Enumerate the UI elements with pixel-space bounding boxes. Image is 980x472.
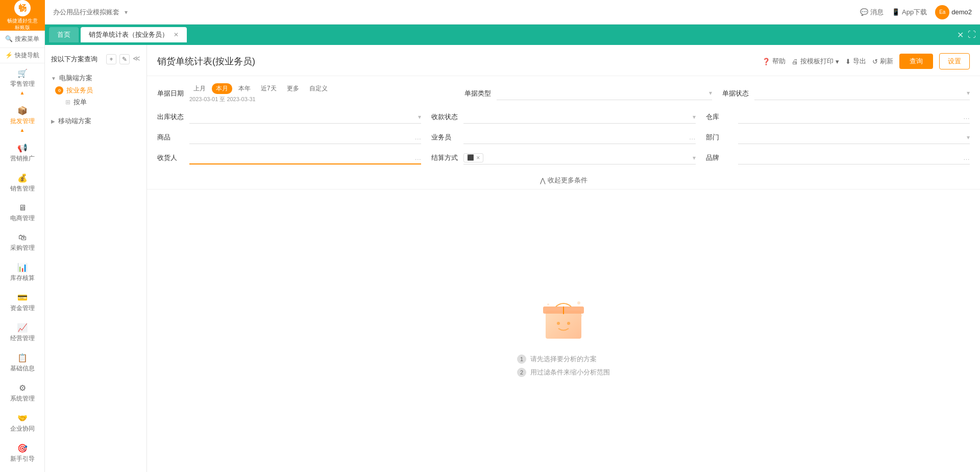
dept-field: 部门 ▾ <box>706 131 970 144</box>
mobile-section-label: 移动端方案 <box>58 116 91 126</box>
sales-icon: 💰 <box>17 173 28 183</box>
tab-close-icon[interactable]: ✕ <box>174 31 179 38</box>
sidebar-item-inventory[interactable]: 📊 库存核算 <box>0 257 44 288</box>
brand-control[interactable]: … <box>738 151 970 164</box>
payment-tag-close[interactable]: × <box>476 154 480 161</box>
logo-icon: 畅 <box>14 0 31 16</box>
top-header: 办公用品行业模拟账套 ▾ 💬 消息 📱 App下载 Ea demo2 <box>45 0 980 25</box>
sidebar-item-system[interactable]: ⚙ 系统管理 <box>0 378 44 408</box>
tab-sales-stat[interactable]: 销货单统计表（按业务员） ✕ <box>81 27 187 42</box>
collapse-panel-btn[interactable]: ≪ <box>133 54 140 64</box>
wholesale-icon: 📦 <box>17 106 28 115</box>
base-icon: 📋 <box>17 353 28 363</box>
warehouse-control[interactable]: … <box>738 110 970 124</box>
out-status-control[interactable]: ▾ <box>189 110 421 124</box>
payment-field: 结算方式 ⬛ × ▾ <box>431 151 695 164</box>
sidebar-item-ecommerce[interactable]: 🖥 电商管理 <box>0 198 44 228</box>
doc-type-control[interactable]: ▾ <box>497 87 712 100</box>
salesperson-field: 业务员 … <box>431 131 695 144</box>
add-scheme-btn[interactable]: + <box>106 54 116 64</box>
sidebar-item-operation[interactable]: 📈 经营管理 <box>0 318 44 348</box>
tab-home[interactable]: 首页 <box>49 27 79 42</box>
sidebar-item-sales[interactable]: 💰 销售管理 <box>0 168 44 198</box>
doc-type-arrow: ▾ <box>709 89 712 97</box>
template-print-label: 按模板打印 <box>800 57 834 66</box>
avatar-initials: Ea <box>939 9 945 15</box>
close-window-btn[interactable]: ✕ <box>957 30 964 40</box>
date-tab-this-year[interactable]: 本年 <box>234 83 255 94</box>
export-btn[interactable]: ⬇ 导出 <box>845 57 866 66</box>
date-tab-last-month[interactable]: 上月 <box>189 83 210 94</box>
app-title-dropdown[interactable]: ▾ <box>125 9 128 16</box>
inventory-label: 库存核算 <box>10 274 35 282</box>
payment-arrow: ▾ <box>693 154 696 161</box>
brand-label: 品牌 <box>706 153 734 162</box>
message-label: 消息 <box>870 8 884 17</box>
sidebar-search[interactable]: 🔍 搜索菜单 <box>0 31 44 48</box>
app-download-action[interactable]: 📱 App下载 <box>892 8 927 17</box>
date-tab-7days[interactable]: 近7天 <box>257 83 281 94</box>
message-action[interactable]: 💬 消息 <box>860 8 884 17</box>
salesperson-scheme[interactable]: ⚙ 按业务员 <box>45 86 146 95</box>
home-tab-label: 首页 <box>57 30 70 39</box>
sidebar-item-newbie[interactable]: 🎯 新手引导 <box>0 438 44 468</box>
date-tabs: 上月 本月 本年 近7天 更多 自定义 <box>189 83 454 94</box>
pc-section-header[interactable]: ▼ 电脑端方案 <box>45 70 146 86</box>
filter-row-1: 单据日期 上月 本月 本年 近7天 更多 自定义 2023-03-01 至 20… <box>147 76 980 172</box>
out-status-label: 出库状态 <box>157 112 185 122</box>
marketing-icon: 📢 <box>17 143 28 153</box>
template-print-btn[interactable]: 🖨 按模板打印 ▾ <box>792 57 839 66</box>
consignee-control[interactable]: … <box>189 151 421 164</box>
main-area: 办公用品行业模拟账套 ▾ 💬 消息 📱 App下载 Ea demo2 首页 <box>45 0 980 472</box>
doc-status-field: 单据状态 ▾ <box>722 87 970 100</box>
dept-arrow: ▾ <box>967 134 970 141</box>
sidebar-item-enterprise[interactable]: 🤝 企业协同 <box>0 408 44 438</box>
edit-scheme-btn[interactable]: ✎ <box>119 54 130 64</box>
sidebar-item-base[interactable]: 📋 基础信息 <box>0 348 44 378</box>
sidebar-item-retail[interactable]: 🛒 零售管理 ▲ <box>0 63 44 101</box>
date-tab-custom[interactable]: 自定义 <box>305 83 332 94</box>
finance-icon: 💳 <box>17 293 28 302</box>
enterprise-label: 企业协同 <box>10 424 35 433</box>
payment-label: 结算方式 <box>431 153 459 162</box>
sidebar-item-wholesale[interactable]: 📦 批发管理 ▲ <box>0 101 44 138</box>
purchase-icon: 🛍 <box>18 233 27 242</box>
settings-button[interactable]: 设置 <box>939 53 970 69</box>
warehouse-more-icon: … <box>963 113 970 121</box>
operation-label: 经营管理 <box>10 334 35 343</box>
collapse-btn[interactable]: ⋀ 收起更多条件 <box>540 176 587 185</box>
date-tab-this-month[interactable]: 本月 <box>212 83 232 94</box>
sidebar-item-marketing[interactable]: 📢 营销推广 <box>0 138 44 168</box>
payment-tag-icon: ⬛ <box>467 154 474 161</box>
maximize-window-btn[interactable]: ⛶ <box>968 30 976 40</box>
salesperson-control[interactable]: … <box>463 131 695 144</box>
sidebar-item-appcenter[interactable]: 🔲 应用中心 <box>0 468 44 472</box>
user-profile[interactable]: Ea demo2 <box>935 5 972 19</box>
svg-point-6 <box>557 322 560 325</box>
quick-nav[interactable]: ⚡ 快捷导航 <box>0 48 44 63</box>
payment-control[interactable]: ⬛ × ▾ <box>463 151 695 164</box>
dept-control[interactable]: ▾ <box>738 131 970 144</box>
by-order-scheme[interactable]: ⊞ 按单 <box>45 95 146 109</box>
finance-label: 资金管理 <box>10 304 35 313</box>
sidebar-item-finance[interactable]: 💳 资金管理 <box>0 288 44 318</box>
consignee-label: 收货人 <box>157 153 185 162</box>
mobile-section-header[interactable]: ▶ 移动端方案 <box>45 113 146 129</box>
refresh-label: 刷新 <box>880 57 893 66</box>
goods-control[interactable]: … <box>189 131 421 144</box>
sidebar-item-purchase[interactable]: 🛍 采购管理 <box>0 228 44 257</box>
consignee-field: 收货人 … <box>157 151 421 164</box>
help-btn[interactable]: ❓ 帮助 <box>762 57 786 66</box>
date-tab-more[interactable]: 更多 <box>283 83 303 94</box>
refresh-btn[interactable]: ↺ 刷新 <box>872 57 893 66</box>
empty-tip-2: 2 用过滤条件来缩小分析范围 <box>517 368 610 377</box>
out-status-arrow: ▾ <box>418 113 421 121</box>
inventory-icon: 📊 <box>17 263 28 272</box>
receipt-status-control[interactable]: ▾ <box>463 110 695 124</box>
newbie-icon: 🎯 <box>17 443 28 453</box>
system-label: 系统管理 <box>10 394 35 403</box>
doc-status-control[interactable]: ▾ <box>754 87 970 100</box>
header-left: 办公用品行业模拟账套 ▾ <box>53 8 128 17</box>
quick-nav-icon: ⚡ <box>5 52 13 59</box>
query-button[interactable]: 查询 <box>899 54 933 69</box>
